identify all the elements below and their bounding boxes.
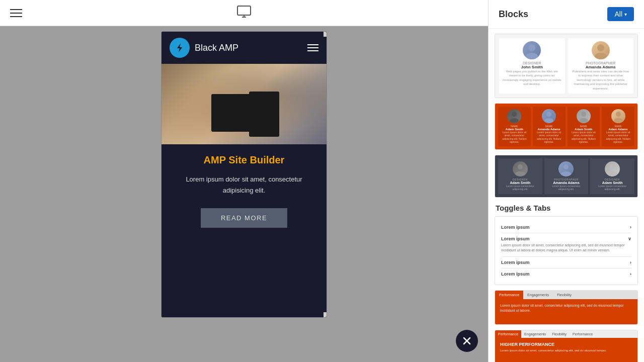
phone-nav-title: Black AMP bbox=[195, 43, 238, 53]
team-name-dark-3: Adam Smith bbox=[592, 181, 632, 185]
team-item-dark-1: DESIGNER Adam Smith Lorem ipsum consecte… bbox=[498, 158, 542, 194]
team-desc-dark-3: Lorem ipsum consectetur adipiscing elit. bbox=[592, 185, 632, 191]
toggle-arrow-2: ∨ bbox=[628, 236, 631, 241]
svg-point-8 bbox=[597, 44, 604, 51]
hamburger-line-3 bbox=[10, 16, 22, 17]
team-item-2: PHOTOGRAPHER Amanda Adams Publishers and… bbox=[568, 38, 634, 94]
tab-lower-performance-2[interactable]: Performance bbox=[570, 330, 596, 338]
toggle-arrow-3: › bbox=[630, 260, 631, 265]
tab-flexibility[interactable]: Flexibility bbox=[553, 291, 576, 299]
team-grid-orange: Name Adam Smith Lorem ipsum dolor sit am… bbox=[495, 104, 637, 149]
toggle-content-2: Lorem ipsum dolor sit amet, consectetur … bbox=[501, 243, 631, 253]
team-role-2: PHOTOGRAPHER bbox=[571, 61, 631, 65]
team-desc-1: Web pages you publish to the Web are mea… bbox=[502, 69, 562, 86]
phone-hero-inner bbox=[162, 64, 327, 144]
svg-point-17 bbox=[614, 118, 623, 123]
svg-point-22 bbox=[610, 164, 615, 169]
read-more-button[interactable]: READ MORE bbox=[201, 208, 287, 228]
team-name-2: Amanda Adams bbox=[571, 65, 631, 69]
tab-lower-flexibility[interactable]: Flexibility bbox=[549, 330, 570, 338]
toggle-label-2: Lorem ipsum ∨ bbox=[501, 236, 631, 241]
toggle-label-1: Lorem ipsum › bbox=[501, 225, 631, 230]
menu-icon[interactable] bbox=[10, 9, 22, 17]
team-card-2col-light[interactable]: DESIGNER John Smith Web pages you publis… bbox=[495, 34, 638, 98]
team-desc-dark-1: Lorem ipsum consectetur adipiscing elit. bbox=[500, 185, 540, 191]
toggle-arrow-1: › bbox=[630, 225, 631, 230]
tab-content-red: Lorem ipsum dolor sit amet, consectetur … bbox=[495, 299, 637, 324]
tab-content-lower: HIGHER PERFORMANCE Lorem ipsum dolor sit… bbox=[495, 338, 637, 362]
svg-point-23 bbox=[607, 171, 617, 176]
phone-nav-menu-icon[interactable] bbox=[307, 44, 318, 51]
close-x-icon bbox=[462, 336, 472, 346]
tabs-card-red[interactable]: Performance Engagements Flexibility Lore… bbox=[495, 290, 638, 325]
toggle-item-1[interactable]: Lorem ipsum › bbox=[501, 222, 631, 233]
toggle-label-4: Lorem ipsum › bbox=[501, 272, 631, 277]
toggle-item-3[interactable]: Lorem ipsum › bbox=[501, 257, 631, 268]
toggle-item-2[interactable]: Lorem ipsum ∨ Lorem ipsum dolor sit amet… bbox=[501, 233, 631, 257]
team-card-4col-orange[interactable]: Name Adam Smith Lorem ipsum dolor sit am… bbox=[495, 103, 638, 150]
team-item-orange-4: Name Adam Adams Lorem ipsum dolor sit am… bbox=[602, 107, 634, 146]
monitor-icon bbox=[236, 4, 252, 22]
tab-lower-text: Lorem ipsum dolor sit amet, consectetur … bbox=[500, 348, 632, 352]
toolbar-center bbox=[236, 4, 252, 22]
svg-point-16 bbox=[616, 112, 621, 117]
team-desc-orange-2: Lorem ipsum dolor sit amet, consectetur … bbox=[534, 131, 564, 144]
team-avatar-orange-4 bbox=[611, 109, 625, 123]
close-button[interactable] bbox=[456, 330, 478, 352]
content-body: Lorem ipsum dolor sit amet, consectetur … bbox=[174, 174, 314, 196]
team-avatar-2 bbox=[592, 41, 610, 59]
toggle-item-4[interactable]: Lorem ipsum › bbox=[501, 268, 631, 280]
sidebar-content[interactable]: DESIGNER John Smith Web pages you publis… bbox=[489, 29, 644, 362]
team-desc-dark-2: Lorem ipsum consectetur adipiscing elit. bbox=[546, 185, 587, 191]
svg-point-13 bbox=[544, 118, 553, 123]
tabs-card-lower[interactable]: Performance Engagements Flexibility Perf… bbox=[495, 330, 638, 362]
svg-point-9 bbox=[595, 53, 607, 59]
team-card-3col-dark[interactable]: DESIGNER Adam Smith Lorem ipsum consecte… bbox=[495, 155, 638, 198]
team-avatar-1 bbox=[523, 41, 541, 59]
tab-lower-title: HIGHER PERFORMANCE bbox=[500, 342, 632, 347]
team-item-dark-2: PHOTOGRAPHER Amanda Adams Lorem ipsum co… bbox=[544, 158, 589, 194]
nav-menu-line-3 bbox=[307, 50, 318, 51]
toolbar bbox=[0, 0, 488, 26]
tablet-group bbox=[209, 89, 279, 139]
phone-hero-image bbox=[162, 64, 327, 144]
toggle-label-3: Lorem ipsum › bbox=[501, 260, 631, 265]
nav-menu-line-2 bbox=[307, 47, 318, 48]
toggles-light-content: Lorem ipsum › Lorem ipsum ∨ Lorem ipsum … bbox=[495, 217, 637, 285]
tab-engagements[interactable]: Engagements bbox=[523, 291, 553, 299]
all-btn-label: All bbox=[614, 10, 622, 18]
team-desc-2: Publishers and news sites can decide how… bbox=[571, 69, 631, 90]
svg-rect-0 bbox=[237, 6, 251, 15]
sidebar-title: Blocks bbox=[499, 9, 528, 20]
svg-point-21 bbox=[561, 171, 571, 176]
avatar-img-1 bbox=[523, 41, 541, 59]
team-name-1: John Smith bbox=[502, 65, 562, 69]
tab-lower-performance[interactable]: Performance bbox=[495, 330, 521, 338]
hamburger-line-2 bbox=[10, 13, 22, 14]
team-item-dark-3: DESIGNER Adam Smith Lorem ipsum consecte… bbox=[590, 158, 634, 194]
svg-point-6 bbox=[528, 44, 535, 51]
toggles-section-header: Toggles & Tabs bbox=[495, 204, 638, 212]
nav-menu-line-1 bbox=[307, 44, 318, 45]
sidebar-header: Blocks All ▾ bbox=[489, 0, 644, 29]
svg-point-18 bbox=[518, 164, 523, 169]
phone-scroll-top bbox=[324, 32, 327, 37]
tabs-block-red: Performance Engagements Flexibility Lore… bbox=[495, 291, 637, 324]
tablet-small bbox=[249, 92, 279, 137]
team-item-1: DESIGNER John Smith Web pages you publis… bbox=[499, 38, 565, 94]
team-avatar-orange-3 bbox=[577, 109, 591, 123]
phone-content: AMP Site Builder Lorem ipsum dolor sit a… bbox=[162, 144, 327, 317]
svg-point-7 bbox=[526, 53, 538, 59]
lightning-icon bbox=[170, 38, 190, 58]
tabs-block-lower: Performance Engagements Flexibility Perf… bbox=[495, 330, 637, 362]
all-filter-button[interactable]: All ▾ bbox=[607, 7, 634, 21]
preview-area: Black AMP A bbox=[0, 26, 488, 362]
svg-point-11 bbox=[510, 118, 519, 123]
hamburger-line-1 bbox=[10, 9, 22, 10]
tab-performance[interactable]: Performance bbox=[495, 291, 523, 299]
team-item-orange-3: Name Adam Smith Lorem ipsum dolor sit am… bbox=[568, 107, 600, 146]
team-avatar-dark-1 bbox=[513, 161, 528, 176]
team-grid-2col: DESIGNER John Smith Web pages you publis… bbox=[495, 34, 637, 98]
tab-lower-engagements[interactable]: Engagements bbox=[521, 330, 549, 338]
toggles-light-card[interactable]: Lorem ipsum › Lorem ipsum ∨ Lorem ipsum … bbox=[495, 216, 638, 285]
